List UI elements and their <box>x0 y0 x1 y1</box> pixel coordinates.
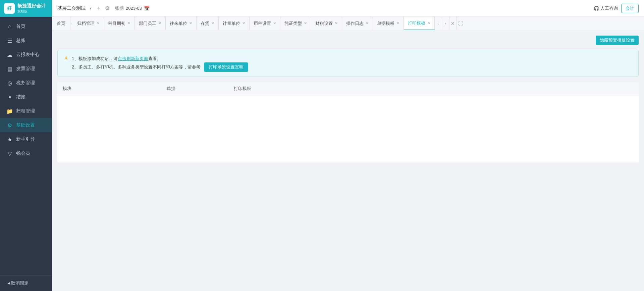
notice-refresh-link[interactable]: 点击刷新新页面 <box>118 56 148 61</box>
headset-icon: 🎧 <box>594 6 599 11</box>
logo-sub: 旗舰版 <box>17 9 46 14</box>
sidebar-unpin[interactable]: ◄取消固定 <box>0 275 52 291</box>
notice-content: 1、模板添加成功后，请点击刷新新页面查看。 2、多员工、多打印机、多种业务类型设… <box>72 55 632 72</box>
tab-next-btn[interactable]: › <box>442 17 449 30</box>
invoice-icon: ▤ <box>7 66 13 72</box>
tab-partners-close[interactable]: ✕ <box>189 21 192 26</box>
sidebar-item-archive[interactable]: 📁 归档管理 <box>0 104 52 118</box>
tab-voucher-types-close[interactable]: ✕ <box>304 21 307 26</box>
tab-receipt-template-close[interactable]: ✕ <box>396 21 399 26</box>
settings-gear-icon[interactable]: ⚙ <box>105 5 110 11</box>
tab-print-template-label: 打印模板 <box>408 20 425 26</box>
home-icon: ⌂ <box>7 23 13 30</box>
sidebar-item-label-invoice: 发票管理 <box>16 66 35 72</box>
tab-currency-close[interactable]: ✕ <box>273 21 276 26</box>
tax-icon: ◎ <box>7 80 13 86</box>
sidebar-item-label-settlement: 结账 <box>16 94 25 100</box>
tab-receipt-template[interactable]: 单据模板 ✕ <box>373 17 404 30</box>
content-area: 隐藏预置模板设置 ☀ 1、模板添加成功后，请点击刷新新页面查看。 2、多员工、多… <box>52 30 644 291</box>
member-icon: ▽ <box>7 150 13 156</box>
print-template-table: 模块 单据 打印模板 <box>57 82 639 162</box>
sidebar-item-label-guide: 新手引导 <box>16 136 35 142</box>
sidebar-item-label-member: 畅会员 <box>16 150 30 156</box>
tab-operation-log-close[interactable]: ✕ <box>366 21 369 26</box>
tab-units[interactable]: 计量单位 ✕ <box>219 17 250 30</box>
sidebar-item-tax[interactable]: ◎ 税务管理 <box>0 76 52 90</box>
notice-bulb-icon: ☀ <box>64 55 68 61</box>
top-actions: 隐藏预置模板设置 <box>57 36 639 48</box>
sidebar-item-member[interactable]: ▽ 畅会员 <box>0 146 52 160</box>
tab-home[interactable]: 首页 <box>52 17 70 30</box>
tab-operation-log-label: 操作日志 <box>346 20 364 27</box>
archive-icon: 📁 <box>7 108 13 114</box>
service-label: 人工咨询 <box>600 5 618 11</box>
tab-tax-settings-label: 财税设置 <box>315 20 333 27</box>
table-col-module: 模块 <box>57 86 161 92</box>
tabbar: 首页 ‹ 归档管理 ✕ 科目期初 ✕ 部门员工 ✕ 往来单位 ✕ 存货 ✕ 计量… <box>52 17 644 30</box>
sidebar-item-label-home: 首页 <box>16 23 25 30</box>
tab-staff-label: 部门员工 <box>139 20 156 27</box>
kuaiji-label: 会计 <box>626 6 634 11</box>
tab-tax-settings-close[interactable]: ✕ <box>335 21 338 26</box>
tab-voucher-types[interactable]: 凭证类型 ✕ <box>280 17 311 30</box>
tab-subjects-label: 科目期初 <box>108 20 125 27</box>
tab-units-close[interactable]: ✕ <box>242 21 245 26</box>
tab-home-label: 首页 <box>57 20 65 27</box>
sidebar-item-settlement[interactable]: ✦ 结账 <box>0 90 52 104</box>
tab-archive-close[interactable]: ✕ <box>97 21 100 26</box>
tab-archive[interactable]: 归档管理 ✕ <box>73 17 104 30</box>
notice-line1-prefix: 1、模板添加成功后，请 <box>72 56 118 61</box>
tab-subjects-close[interactable]: ✕ <box>127 21 130 26</box>
tab-close-all-btn[interactable]: ✕ <box>449 17 457 30</box>
tab-inventory[interactable]: 存货 ✕ <box>197 17 219 30</box>
settings-icon: ⚙ <box>7 122 13 128</box>
tab-currency-label: 币种设置 <box>254 20 271 27</box>
notice-line2-prefix: 2、多员工、多打印机、多种业务类型设置不同打印方案等，请参考 <box>72 64 201 69</box>
service-button[interactable]: 🎧 人工咨询 <box>594 5 618 11</box>
kuaiji-button[interactable]: 会计 <box>621 4 639 13</box>
tab-print-template[interactable]: 打印模板 ✕ <box>404 17 435 30</box>
sidebar-item-label-reports: 云报表中心 <box>16 52 40 58</box>
sidebar-item-invoice[interactable]: ▤ 发票管理 <box>0 62 52 76</box>
company-dropdown-icon[interactable]: ▾ <box>90 6 92 11</box>
notice-row: ☀ 1、模板添加成功后，请点击刷新新页面查看。 2、多员工、多打印机、多种业务类… <box>64 55 632 72</box>
topbar: 基层工会测试 ▾ ＋ ⚙ 账期 2023-03 📅 🎧 人工咨询 会计 <box>52 0 644 17</box>
settlement-icon: ✦ <box>7 94 13 100</box>
tab-currency[interactable]: 币种设置 ✕ <box>250 17 280 30</box>
tab-partners[interactable]: 往来单位 ✕ <box>166 17 197 30</box>
logo-icon: 好 <box>4 3 15 14</box>
tab-subjects[interactable]: 科目期初 ✕ <box>104 17 135 30</box>
table-body <box>57 95 639 162</box>
logo-text: 畅捷通好会计 旗舰版 <box>17 3 46 14</box>
tab-partners-label: 往来单位 <box>170 20 187 27</box>
add-tab-icon[interactable]: ＋ <box>96 5 101 12</box>
table-col-template: 打印模板 <box>228 86 639 92</box>
tab-inventory-label: 存货 <box>201 20 209 27</box>
tab-tax-settings[interactable]: 财税设置 ✕ <box>311 17 342 30</box>
tab-separator: ‹ <box>70 21 73 26</box>
sidebar-item-reports[interactable]: ☁ 云报表中心 <box>0 48 52 62</box>
topbar-right: 🎧 人工咨询 会计 <box>594 4 639 13</box>
tab-receipt-template-label: 单据模板 <box>377 20 394 27</box>
guide-icon: ★ <box>7 136 13 142</box>
tab-voucher-types-label: 凭证类型 <box>284 20 302 27</box>
calendar-icon[interactable]: 📅 <box>144 6 150 11</box>
tab-print-template-close[interactable]: ✕ <box>427 21 430 25</box>
sidebar-item-label-tax: 税务管理 <box>16 80 35 86</box>
period-label: 账期 <box>115 5 124 11</box>
print-scene-btn[interactable]: 打印场景设置宣明 <box>204 62 248 72</box>
cloud-icon: ☁ <box>7 52 13 58</box>
tab-expand-btn[interactable]: ⛶ <box>457 17 464 30</box>
tab-prev-btn[interactable]: ‹ <box>435 17 442 30</box>
tab-operation-log[interactable]: 操作日志 ✕ <box>342 17 373 30</box>
sidebar-item-ledger[interactable]: ☰ 总账 <box>0 34 52 48</box>
tab-inventory-close[interactable]: ✕ <box>211 21 214 26</box>
sidebar-item-settings[interactable]: ⚙ 基础设置 <box>0 118 52 132</box>
hide-preview-button[interactable]: 隐藏预置模板设置 <box>596 36 639 45</box>
sidebar-item-guide[interactable]: ★ 新手引导 <box>0 132 52 146</box>
sidebar-item-home[interactable]: ⌂ 首页 <box>0 19 52 34</box>
logo-title: 畅捷通好会计 <box>17 3 46 9</box>
tab-staff-close[interactable]: ✕ <box>158 21 161 26</box>
table-col-receipt: 单据 <box>161 86 228 92</box>
tab-staff[interactable]: 部门员工 ✕ <box>135 17 166 30</box>
